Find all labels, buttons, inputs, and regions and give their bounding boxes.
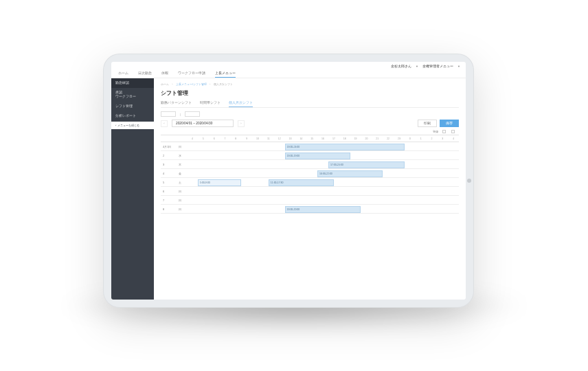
legend-label: 登録 <box>433 130 438 133</box>
next-period-button[interactable]: › <box>238 120 245 127</box>
grid-row: 7日 <box>161 196 459 205</box>
body: 勤怠確認 承認 ワークフロー シフト管理 分析レポート ‹ メニューを閉じる ホ… <box>111 78 466 300</box>
hour-header: 456789101112131415161718192021222301234 <box>187 137 459 140</box>
sidebar-collapse[interactable]: ‹ メニューを閉じる <box>111 122 154 129</box>
shift-bar[interactable]: 16:00-22:00 <box>317 170 383 177</box>
crumb-2: 個人月次シフト <box>214 82 233 86</box>
legend-swatch-2 <box>451 130 455 133</box>
day-cell: 木 <box>179 163 187 166</box>
row-timeline[interactable]: 17:00-24:00 <box>187 160 459 168</box>
hour-label: 4 <box>448 137 459 140</box>
subtab-monthly[interactable]: 個人月次シフト <box>229 101 253 107</box>
tab-home[interactable]: ホーム <box>118 71 128 78</box>
day-cell: 水 <box>179 154 187 157</box>
crumb-sep-icon: › <box>210 82 210 86</box>
tab-manager[interactable]: 上長メニュー <box>215 71 236 78</box>
admin-caret-icon[interactable]: ▼ <box>457 65 460 68</box>
shift-bar[interactable]: 5:00-9:00 <box>198 179 241 186</box>
grid-row: 4月1日日13:00-24:00 <box>161 142 459 151</box>
user-caret-icon[interactable]: ▼ <box>416 65 418 68</box>
crumb-1[interactable]: 上長メニュー/シフト管理 <box>176 82 207 86</box>
shift-bar[interactable]: 13:00-20:00 <box>285 206 361 213</box>
hour-label: 9 <box>241 137 252 140</box>
tablet-frame: 金杉太郎さん ▼ 全権管理者メニュー ▼ ホーム 日次勤怠 休暇 ワークフロー申… <box>103 54 474 308</box>
tab-workflow[interactable]: ワークフロー申請 <box>178 71 205 78</box>
grid-body: 4月1日日13:00-24:002水13:00-19:003木17:00-24:… <box>161 142 459 214</box>
home-button[interactable] <box>467 179 471 183</box>
hour-label: 4 <box>187 137 198 140</box>
sidebar-item-attendance[interactable]: 勤怠確認 <box>111 78 154 88</box>
row-timeline[interactable]: 5:00-9:0011:30-17:30 <box>187 178 459 186</box>
day-cell: 日 <box>179 145 187 148</box>
legend: 登録 <box>161 130 459 133</box>
row-timeline[interactable] <box>187 187 459 195</box>
row-timeline[interactable]: 13:00-19:00 <box>187 151 459 159</box>
prev-period-button[interactable]: ‹ <box>161 120 168 127</box>
tab-leave[interactable]: 休暇 <box>161 71 168 78</box>
shift-bar[interactable]: 17:00-24:00 <box>328 161 405 168</box>
hour-label: 18 <box>339 137 350 140</box>
user-label: 金杉太郎さん <box>391 65 411 68</box>
topbar: 金杉太郎さん ▼ 全権管理者メニュー ▼ <box>111 62 466 69</box>
print-button[interactable]: 印刷 <box>418 120 437 127</box>
date-cell: 6 <box>161 190 179 193</box>
tab-daily[interactable]: 日次勤怠 <box>138 71 152 78</box>
hour-label: 1 <box>416 137 427 140</box>
sidebar-item-approval[interactable]: 承認 ワークフロー <box>111 88 154 102</box>
pager-box-2[interactable] <box>185 111 200 117</box>
date-range-display[interactable]: 2020/04/01 – 2020/04/30 <box>172 120 234 127</box>
grid-row: 4金16:00-22:005:00-7:00 <box>161 169 459 178</box>
hour-label: 17 <box>328 137 339 140</box>
date-cell: 3 <box>161 163 179 166</box>
sidebar-item-report[interactable]: 分析レポート <box>111 111 154 121</box>
hour-label: 13 <box>285 137 296 140</box>
breadcrumb: ホーム › 上長メニュー/シフト管理 › 個人月次シフト <box>161 82 459 86</box>
hour-label: 12 <box>274 137 285 140</box>
day-cell: 日 <box>179 190 187 193</box>
shift-bar[interactable]: 13:00-19:00 <box>285 153 350 159</box>
row-timeline[interactable]: 16:00-22:005:00-7:00 <box>187 169 459 177</box>
hour-label: 0 <box>405 137 416 140</box>
crumb-0[interactable]: ホーム <box>161 82 169 86</box>
date-cell: 2 <box>161 154 179 157</box>
row-timeline[interactable]: 13:00-24:00 <box>187 142 459 150</box>
grid-row: 6日 <box>161 187 459 196</box>
date-row: ‹ 2020/04/01 – 2020/04/30 › 印刷 保存 <box>161 120 459 127</box>
page-title: シフト管理 <box>161 89 459 97</box>
hour-label: 14 <box>295 137 306 140</box>
hour-label: 21 <box>372 137 383 140</box>
hour-label: 5 <box>198 137 209 140</box>
row-timeline[interactable]: 13:00-20:00 <box>187 205 459 213</box>
pager-box-1[interactable] <box>161 111 176 117</box>
row-timeline[interactable] <box>187 196 459 204</box>
grid-row: 5土5:00-9:0011:30-17:30 <box>161 178 459 187</box>
day-cell: 日 <box>179 207 187 211</box>
hour-label: 16 <box>317 137 328 140</box>
hour-label: 10 <box>252 137 263 140</box>
hour-label: 8 <box>230 137 241 140</box>
sub-tabs: 勤務パターンシフト 時間帯シフト 個人月次シフト <box>161 101 459 108</box>
save-button[interactable]: 保存 <box>440 120 459 127</box>
hour-label: 6 <box>209 137 220 140</box>
hour-label: 15 <box>306 137 317 140</box>
shift-bar[interactable]: 11:30-17:30 <box>269 179 334 186</box>
action-buttons: 印刷 保存 <box>418 120 459 127</box>
hour-label: 22 <box>383 137 394 140</box>
main-tabs: ホーム 日次勤怠 休暇 ワークフロー申請 上長メニュー <box>111 69 466 78</box>
grid-header: 456789101112131415161718192021222301234 <box>161 135 459 142</box>
crumb-sep-icon: › <box>172 82 172 86</box>
admin-menu-link[interactable]: 全権管理者メニュー <box>422 65 453 68</box>
subtab-pattern[interactable]: 勤務パターンシフト <box>161 101 192 107</box>
hour-label: 20 <box>361 137 372 140</box>
hour-label: 3 <box>437 137 448 140</box>
shift-grid: 456789101112131415161718192021222301234 … <box>161 135 459 300</box>
hour-label: 19 <box>350 137 361 140</box>
shift-bar[interactable]: 13:00-24:00 <box>285 144 405 150</box>
hour-label: 23 <box>394 137 405 140</box>
pager-row: | <box>161 111 459 117</box>
hour-label: 7 <box>220 137 231 140</box>
sidebar-item-shift[interactable]: シフト管理 <box>111 102 154 111</box>
subtab-timeband[interactable]: 時間帯シフト <box>200 101 220 107</box>
sidebar: 勤怠確認 承認 ワークフロー シフト管理 分析レポート ‹ メニューを閉じる <box>111 78 154 300</box>
day-cell: 日 <box>179 199 187 202</box>
